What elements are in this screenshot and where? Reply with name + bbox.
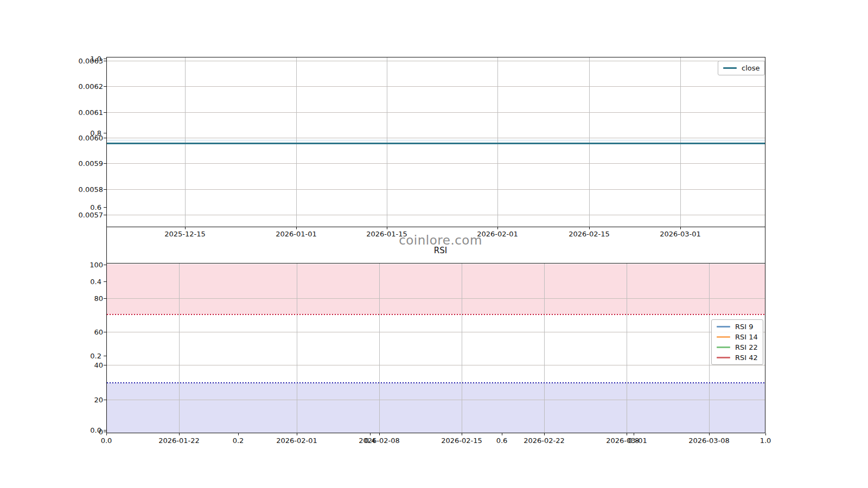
price-y-tick-label: 0.0057 <box>79 211 104 219</box>
price-x-tick-label: 2026-01-01 <box>276 230 317 238</box>
y-tick-mark <box>104 332 106 332</box>
y-tick-mark <box>104 189 106 190</box>
overlay-y-tick-label: 0.6 <box>90 203 101 211</box>
y-tick-mark <box>104 432 106 432</box>
rsi-y-tick-label: 20 <box>94 396 103 404</box>
price-x-tick-mark <box>680 227 681 229</box>
rsi-x-tick-mark <box>502 433 502 435</box>
price-y-tick-label: 0.0061 <box>79 108 104 117</box>
y-tick-mark <box>104 61 106 61</box>
rsi9-line-swatch <box>717 326 730 328</box>
rsi-legend-row: RSI 14 <box>712 332 763 342</box>
y-tick-mark <box>104 86 106 87</box>
rsi-y-tick-label: 80 <box>94 294 103 303</box>
overlay-y-tick-label: 1.0 <box>90 55 101 63</box>
rsi22-legend-label: RSI 22 <box>735 343 758 351</box>
y-tick-mark <box>104 281 106 282</box>
rsi-x-tick-label: 2026-03-08 <box>688 436 730 445</box>
price-plot-box <box>106 57 765 227</box>
price-x-tick-label: 2026-02-15 <box>569 230 610 238</box>
rsi-legend-row: RSI 42 <box>712 352 763 363</box>
y-tick-mark <box>104 163 106 164</box>
y-tick-mark <box>104 207 106 208</box>
price-x-tick-mark <box>497 227 498 229</box>
overlay-y-tick-label: 0.8 <box>90 129 101 137</box>
rsi14-line-swatch <box>717 336 730 338</box>
overlay-y-tick-label: 0.4 <box>90 278 101 286</box>
price-legend-row: close <box>718 63 764 73</box>
rsi-x-tick-label: 2026-02-15 <box>441 436 482 445</box>
y-tick-mark <box>104 356 106 356</box>
rsi-legend-row: RSI 9 <box>712 322 763 332</box>
price-x-tick-label: 2026-03-01 <box>660 230 701 238</box>
price-x-tick-mark <box>589 227 590 229</box>
rsi-legend-row: RSI 22 <box>712 342 763 352</box>
rsi-x-tick-mark <box>370 433 371 435</box>
rsi-x-tick-mark <box>106 433 107 435</box>
y-tick-mark <box>104 430 106 431</box>
price-x-tick-mark <box>387 227 387 229</box>
overlay-y-tick-label: 0.2 <box>90 352 101 360</box>
y-tick-mark <box>104 265 106 265</box>
overlay-x-tick-label: 0.4 <box>365 436 376 445</box>
figure: close RSI 9 RSI 14 RSI 22 RSI 42 coinlor… <box>0 0 868 488</box>
rsi42-line-swatch <box>717 357 730 358</box>
rsi-x-tick-mark <box>238 433 239 435</box>
rsi-x-tick-mark <box>627 433 627 435</box>
price-x-tick-label: 2026-01-15 <box>366 230 407 238</box>
rsi9-legend-label: RSI 9 <box>735 323 754 331</box>
close-legend-label: close <box>742 64 760 72</box>
rsi-legend: RSI 9 RSI 14 RSI 22 RSI 42 <box>711 319 763 365</box>
y-tick-mark <box>104 133 106 133</box>
rsi-x-tick-label: 2026-01-22 <box>158 436 200 445</box>
rsi-x-tick-mark <box>297 433 297 435</box>
rsi-x-tick-mark <box>765 433 766 435</box>
rsi-x-tick-mark <box>379 433 380 435</box>
price-y-tick-label: 0.0059 <box>79 159 104 168</box>
price-x-tick-label: 2025-12-15 <box>164 230 206 238</box>
overlay-x-tick-label: 0.0 <box>101 436 112 445</box>
y-tick-mark <box>104 298 106 299</box>
rsi-x-tick-label: 2026-03-01 <box>606 436 647 445</box>
price-y-tick-label: 0.0062 <box>79 82 104 91</box>
rsi-y-tick-label: 40 <box>94 361 103 369</box>
rsi-plot-box <box>106 263 765 433</box>
y-tick-mark <box>104 400 106 400</box>
overlay-x-tick-label: 0.8 <box>628 436 640 445</box>
rsi-x-tick-mark <box>544 433 545 435</box>
rsi-x-tick-mark <box>179 433 180 435</box>
overlay-x-tick-label: 0.6 <box>496 436 508 445</box>
y-tick-mark <box>104 138 106 138</box>
rsi-x-tick-mark <box>634 433 634 435</box>
price-x-tick-label: 2026-02-01 <box>477 230 518 238</box>
rsi-x-tick-mark <box>462 433 462 435</box>
rsi22-line-swatch <box>717 346 730 348</box>
price-x-tick-mark <box>296 227 297 229</box>
close-line-swatch <box>723 67 737 69</box>
rsi14-legend-label: RSI 14 <box>735 333 758 341</box>
price-y-tick-label: 0.0058 <box>79 185 104 194</box>
rsi-y-tick-label: 60 <box>94 328 103 336</box>
y-tick-mark <box>104 215 106 215</box>
y-tick-mark <box>104 112 106 113</box>
overlay-x-tick-label: 1.0 <box>760 436 771 445</box>
overlay-x-tick-label: 0.2 <box>233 436 244 445</box>
y-tick-mark <box>104 365 106 365</box>
rsi-y-tick-label: 100 <box>90 261 103 269</box>
rsi42-legend-label: RSI 42 <box>735 354 758 362</box>
rsi-x-tick-label: 2026-02-22 <box>524 436 565 445</box>
price-x-tick-mark <box>185 227 186 229</box>
rsi-y-tick-label: 0 <box>99 428 103 436</box>
y-tick-mark <box>104 59 106 59</box>
price-legend: close <box>718 61 765 75</box>
rsi-x-tick-label: 2026-02-01 <box>276 436 317 445</box>
rsi-x-tick-mark <box>709 433 710 435</box>
